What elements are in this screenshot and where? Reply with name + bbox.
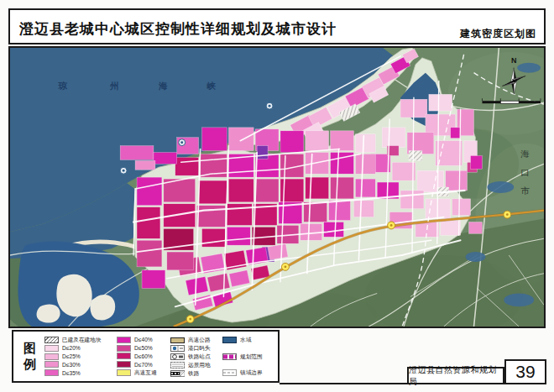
plan-sheet: 澄迈县老城中心城区控制性详细规划及城市设计 建筑密度区划图 N琼州海峡海口市 图… (0, 0, 554, 392)
legend-columns: 已建及在建地块D≤20%D≤25%D≤30%D≤35%D≤40%D≤50%D≤6… (43, 332, 295, 381)
parcel-d60 (306, 177, 329, 199)
legend-item-label: 铁路站点 (188, 353, 211, 361)
city-label-char: 市 (520, 186, 530, 196)
parcel-d30 (228, 128, 253, 151)
legend-swatch-future-icon (170, 362, 185, 368)
parcel-d30 (469, 222, 483, 234)
legend-item: D≤30% (44, 361, 117, 369)
parcel-d40 (324, 222, 344, 238)
legend-item-label: D≤30% (62, 362, 81, 368)
parcel-d50 (137, 240, 162, 267)
legend-swatch-fill-icon (117, 369, 131, 376)
map-canvas: N琼州海峡海口市 (8, 46, 546, 328)
sea-label-char: 州 (109, 81, 118, 91)
title-bar: 澄迈县老城中心城区控制性详细规划及城市设计 建筑密度区划图 (8, 8, 546, 44)
parcel-d60 (228, 179, 253, 202)
page-subtitle: 建筑密度区划图 (460, 29, 536, 39)
legend-item: D≤35% (44, 368, 117, 377)
legend-item: 港口码头 (170, 344, 222, 353)
legend-item: D≤60% (117, 353, 170, 361)
legend-item-label: 高速公路 (188, 336, 211, 344)
agency-box: 澄迈县自然资源和规划局 (407, 367, 504, 384)
legend-item-label: D≤35% (62, 370, 81, 376)
sea-label-char: 峡 (207, 81, 217, 91)
legend-swatch-fill-icon (117, 353, 131, 359)
parcel-vio (257, 146, 268, 159)
bottom-rule (280, 383, 546, 384)
legend-swatch-port-icon (170, 345, 185, 352)
legend-item: 铁路站点 (170, 353, 222, 361)
parcel-d50 (304, 202, 327, 222)
parcel-d60 (202, 228, 226, 247)
legend-swatch-fill-icon (44, 361, 59, 368)
parcel-d25 (452, 199, 471, 216)
parcel-d50 (331, 177, 354, 199)
parcel-d20 (382, 128, 405, 148)
parcel-d40 (280, 131, 304, 153)
legend-item: 高速公路 (170, 336, 222, 344)
parcel-d20 (441, 221, 461, 236)
parcel-d60 (199, 180, 227, 204)
legend-item-label: D≤20% (62, 346, 81, 352)
legend-swatch-hatch-icon (44, 337, 59, 343)
parcel-d40 (471, 155, 483, 169)
legend-swatch-railway-icon (170, 370, 185, 377)
page-number: 39 (515, 362, 535, 382)
north-label: N (511, 56, 516, 65)
parcel-built (409, 151, 422, 161)
parcel-d20 (355, 134, 375, 153)
legend-item-label: 规划范围 (240, 353, 263, 361)
parcel-d20 (429, 94, 452, 111)
legend-swatch-fill-icon (117, 361, 131, 368)
legend-title-char: 例 (24, 358, 36, 372)
legend-title: 图 例 (13, 332, 43, 381)
parcel-d30 (135, 160, 155, 170)
parcel-d50 (167, 252, 194, 270)
parcel-d60 (175, 157, 199, 175)
legend-item: 高速互通 (117, 368, 170, 377)
legend-item-label: 水域 (240, 336, 251, 344)
page-number-box: 39 (504, 359, 546, 384)
parcel-d50 (255, 179, 279, 202)
legend-swatch-fill-icon (44, 369, 59, 376)
legend-swatch-station-icon (170, 353, 185, 360)
parcel-d35 (355, 179, 375, 197)
parcel-d35 (329, 201, 351, 221)
legend-column-4: 水域规划范围镇域边界 (222, 335, 293, 378)
parcel-d30 (268, 243, 288, 259)
legend-item: 规划范围 (222, 353, 293, 361)
legend-item-label: 已建及在建地块 (62, 336, 102, 344)
parcel-d40 (142, 270, 165, 289)
legend-swatch-fill-icon (117, 337, 131, 343)
legend-swatch-fill-icon (117, 345, 131, 352)
legend-column-1: 已建及在建地块D≤20%D≤25%D≤30%D≤35% (44, 335, 117, 378)
city-label-char: 口 (520, 168, 529, 177)
parcel-d40 (202, 128, 227, 151)
legend-item-label: 铁路 (188, 369, 199, 378)
sea-label-char: 琼 (58, 81, 68, 91)
legend-swatch-fill-icon (44, 345, 59, 352)
legend-title-char: 图 (24, 342, 36, 356)
legend-item: D≤50% (117, 344, 170, 353)
legend-swatch-scope-icon (222, 353, 237, 360)
legend-item-label: 高速互通 (134, 368, 157, 377)
legend-item: 已建及在建地块 (44, 336, 117, 344)
legend-item: 远景用地 (170, 361, 222, 369)
parcel-d30 (355, 154, 375, 174)
legend-item-label: 港口码头 (188, 344, 211, 353)
legend-item: D≤20% (44, 344, 117, 353)
legend-swatch-fill-icon (44, 353, 59, 360)
legend-item-label: D≤50% (134, 345, 153, 351)
legend-item-label: 远景用地 (188, 361, 211, 369)
legend-swatch-water-icon (222, 337, 237, 343)
planning-map: N琼州海峡海口市 (10, 48, 544, 327)
legend-item-label: D≤40% (134, 337, 153, 343)
legend-item: D≤40% (117, 336, 170, 344)
legend-item-label: D≤70% (134, 362, 153, 368)
legend-item: D≤70% (117, 360, 170, 368)
parcel-d35 (120, 146, 154, 160)
sea-label-char: 海 (158, 81, 168, 91)
parcel-d25 (306, 131, 329, 151)
legend-column-3: 高速公路港口码头铁路站点远景用地铁路 (170, 335, 222, 378)
page-title: 澄迈县老城中心城区控制性详细规划及城市设计 (19, 22, 337, 39)
